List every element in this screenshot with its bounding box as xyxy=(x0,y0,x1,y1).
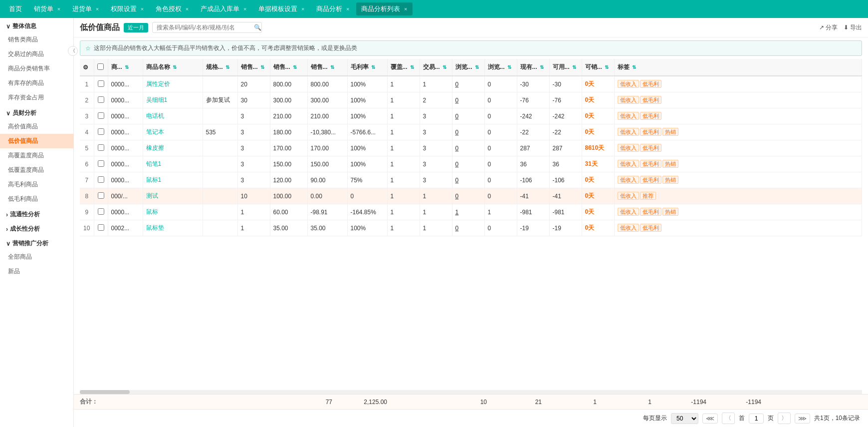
nav-purchase-order[interactable]: 进货单 × xyxy=(67,2,104,15)
sidebar-item-high-value[interactable]: 高价值商品 xyxy=(0,119,73,134)
close-icon[interactable]: × xyxy=(96,6,99,12)
col-spec[interactable]: 规格... ⇅ xyxy=(203,59,237,76)
row-checkbox[interactable] xyxy=(98,192,104,199)
col-view1[interactable]: 浏览... ⇅ xyxy=(452,59,484,76)
col-sales-amt[interactable]: 销售... ⇅ xyxy=(270,59,307,76)
close-icon[interactable]: × xyxy=(57,6,60,12)
per-page-select[interactable]: 50 100 xyxy=(671,413,698,424)
nav-product-analysis[interactable]: 商品分析 × xyxy=(311,2,354,15)
view-link[interactable]: 0 xyxy=(455,161,459,168)
col-code[interactable]: 商... ⇅ xyxy=(108,59,143,76)
sidebar-group-circulation[interactable]: › 流通性分析 xyxy=(0,206,73,221)
sidebar-item-traded-products[interactable]: 交易过的商品 xyxy=(0,47,73,61)
view-link[interactable]: 0 xyxy=(455,113,459,120)
close-icon[interactable]: × xyxy=(404,6,407,12)
view-link[interactable]: 1 xyxy=(455,209,459,216)
nav-home[interactable]: 首页 xyxy=(4,2,27,15)
close-icon[interactable]: × xyxy=(141,6,144,12)
row-checkbox[interactable] xyxy=(98,96,104,103)
col-stock-avail[interactable]: 可用... ⇅ xyxy=(549,59,582,76)
view-link[interactable]: 0 xyxy=(455,177,459,184)
close-icon[interactable]: × xyxy=(186,6,189,12)
product-name[interactable]: 铅笔1 xyxy=(143,156,203,172)
close-icon[interactable]: × xyxy=(243,6,246,12)
product-tags: 低收入低毛利 xyxy=(614,220,862,236)
sidebar-item-new-products[interactable]: 新品 xyxy=(0,264,73,279)
sidebar-item-all-products[interactable]: 全部商品 xyxy=(0,250,73,264)
view-link[interactable]: 0 xyxy=(455,81,459,88)
row-checkbox[interactable] xyxy=(98,80,104,87)
sidebar-group-growth[interactable]: › 成长性分析 xyxy=(0,221,73,235)
sidebar-collapse-button[interactable]: 《 xyxy=(68,46,78,56)
row-checkbox[interactable] xyxy=(98,112,104,119)
sidebar-item-low-coverage[interactable]: 低覆盖度商品 xyxy=(0,163,73,177)
product-tag: 低毛利 xyxy=(640,96,661,104)
next-page-button[interactable]: 〉 xyxy=(778,413,791,424)
row-checkbox[interactable] xyxy=(98,144,104,151)
col-tags[interactable]: 标签 ⇅ xyxy=(614,59,862,76)
sidebar-item-category-sales[interactable]: 商品分类销售率 xyxy=(0,61,73,76)
search-icon[interactable]: 🔍 xyxy=(254,24,261,31)
nav-permission[interactable]: 权限设置 × xyxy=(106,2,149,15)
close-icon[interactable]: × xyxy=(346,6,349,12)
sidebar-item-low-margin[interactable]: 低毛利商品 xyxy=(0,192,73,206)
nav-product-analysis-list[interactable]: 商品分析列表 × xyxy=(356,2,412,15)
stock-avail: -242 xyxy=(549,108,582,124)
col-sales-qty[interactable]: 销售... ⇅ xyxy=(237,59,270,76)
row-checkbox[interactable] xyxy=(98,176,104,183)
prev-page-button[interactable]: 〈 xyxy=(722,413,735,424)
export-button[interactable]: ⬇ 导出 xyxy=(844,23,862,32)
col-view2[interactable]: 浏览... ⇅ xyxy=(484,59,517,76)
col-stock-cur[interactable]: 现有... ⇅ xyxy=(517,59,549,76)
horizontal-scrollbar[interactable] xyxy=(80,390,862,394)
sidebar-item-high-margin[interactable]: 高毛利商品 xyxy=(0,177,73,192)
sidebar-group-marketing[interactable]: ∨ 营销推广分析 xyxy=(0,235,73,250)
sidebar-item-low-value[interactable]: 低价值商品 xyxy=(0,134,73,148)
share-button[interactable]: ↗ 分享 xyxy=(819,23,838,32)
view-link[interactable]: 0 xyxy=(455,225,459,232)
row-checkbox[interactable] xyxy=(98,128,104,135)
view-link[interactable]: 0 xyxy=(455,129,459,136)
product-name[interactable]: 鼠标垫 xyxy=(143,220,203,236)
sidebar-group-financial[interactable]: ∨ 员财分析 xyxy=(0,105,73,119)
nav-role-auth[interactable]: 角色授权 × xyxy=(151,2,194,15)
search-input[interactable] xyxy=(152,22,262,33)
row-checkbox[interactable] xyxy=(98,208,104,215)
nav-product-in[interactable]: 产成品入库单 × xyxy=(196,2,251,15)
sidebar-item-sales-products[interactable]: 销售类商品 xyxy=(0,32,73,47)
product-name[interactable]: 吴细细1 xyxy=(143,92,203,108)
product-name[interactable]: 测试 xyxy=(143,188,203,204)
row-checkbox[interactable] xyxy=(98,224,104,231)
sidebar-group-overall[interactable]: ∨ 整体信息 xyxy=(0,18,73,32)
product-name[interactable]: 属性定价 xyxy=(143,76,203,92)
select-all-checkbox[interactable] xyxy=(97,63,104,70)
view-link[interactable]: 0 xyxy=(455,193,459,200)
scrollbar-thumb[interactable] xyxy=(80,390,130,394)
sidebar-item-stock-products[interactable]: 有库存的商品 xyxy=(0,76,73,90)
stock-avail: -106 xyxy=(549,172,582,188)
period-tag[interactable]: 近一月 xyxy=(124,23,148,32)
row-checkbox[interactable] xyxy=(98,160,104,167)
close-icon[interactable]: × xyxy=(301,6,304,12)
product-name[interactable]: 鼠标 xyxy=(143,204,203,220)
product-name[interactable]: 橡皮擦 xyxy=(143,140,203,156)
col-coverage[interactable]: 覆盖... ⇅ xyxy=(387,59,420,76)
last-page-button[interactable]: ⋙ xyxy=(795,414,810,424)
col-sales-val[interactable]: 销售... ⇅ xyxy=(307,59,347,76)
col-name[interactable]: 商品名称 ⇅ xyxy=(143,59,203,76)
sidebar-item-high-coverage[interactable]: 高覆盖度商品 xyxy=(0,148,73,163)
col-stock-sale[interactable]: 可销... ⇅ xyxy=(582,59,614,76)
nav-sales-order[interactable]: 销货单 × xyxy=(29,2,65,15)
col-transaction[interactable]: 交易... ⇅ xyxy=(420,59,452,76)
page-number-input[interactable] xyxy=(749,414,764,424)
view-link[interactable]: 0 xyxy=(455,97,459,104)
nav-template[interactable]: 单据模板设置 × xyxy=(253,2,309,15)
product-name[interactable]: 电话机 xyxy=(143,108,203,124)
col-settings[interactable]: ⚙ xyxy=(80,59,94,76)
product-name[interactable]: 笔记本 xyxy=(143,124,203,140)
first-page-button[interactable]: ⋘ xyxy=(702,414,718,424)
sidebar-item-stock-capital[interactable]: 库存资金占用 xyxy=(0,90,73,105)
col-margin[interactable]: 毛利率 ⇅ xyxy=(347,59,387,76)
view-link[interactable]: 0 xyxy=(455,145,459,152)
product-name[interactable]: 鼠标1 xyxy=(143,172,203,188)
